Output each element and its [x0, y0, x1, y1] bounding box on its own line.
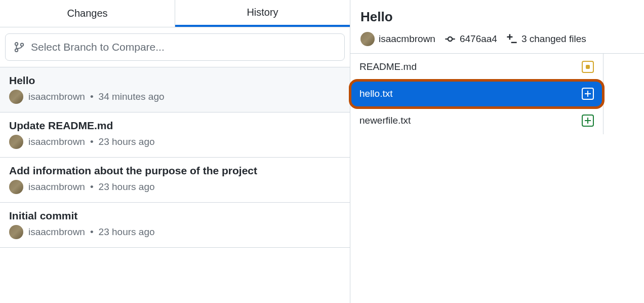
commit-title: Add information about the purpose of the…: [9, 165, 341, 177]
commit-author: isaacmbrown: [28, 181, 85, 193]
file-name: README.md: [359, 61, 417, 72]
commit-meta: isaacmbrown • 23 hours ago: [9, 180, 341, 194]
file-item[interactable]: newerfile.txt: [350, 107, 603, 134]
avatar: [9, 135, 23, 149]
svg-point-3: [448, 37, 452, 41]
tab-history-label: History: [247, 7, 278, 18]
commit-sha: 6476aa4: [460, 33, 497, 45]
sha-group[interactable]: 6476aa4: [445, 33, 497, 45]
tabs: Changes History: [0, 0, 350, 27]
commit-detail-author: isaacmbrown: [379, 33, 435, 45]
file-name: hello.txt: [359, 88, 392, 99]
tab-changes-label: Changes: [67, 8, 107, 19]
status-added-icon: [582, 88, 594, 100]
commit-meta: isaacmbrown • 34 minutes ago: [9, 90, 341, 104]
avatar: [360, 32, 375, 46]
commit-author: isaacmbrown: [28, 226, 85, 238]
file-name: newerfile.txt: [359, 115, 411, 126]
commit-meta: isaacmbrown • 23 hours ago: [9, 135, 341, 149]
commit-title: Update README.md: [9, 120, 341, 132]
file-item[interactable]: hello.txt: [350, 81, 603, 107]
commit-list: Hello isaacmbrown • 34 minutes ago Updat…: [0, 67, 350, 248]
svg-point-0: [15, 43, 18, 46]
commit-item[interactable]: Update README.md isaacmbrown • 23 hours …: [0, 112, 350, 158]
changed-files-label: 3 changed files: [521, 33, 586, 45]
svg-point-1: [15, 49, 18, 52]
commit-icon: [445, 33, 456, 45]
commit-title: Hello: [9, 74, 341, 87]
history-panel: Changes History Select Branch to Compare…: [0, 0, 350, 303]
commit-detail-meta: isaacmbrown 6476aa4 3 changed files: [360, 32, 634, 46]
commit-detail-title: Hello: [360, 9, 634, 25]
file-item[interactable]: README.md: [350, 54, 603, 81]
svg-point-2: [21, 43, 24, 46]
commit-time: 34 minutes ago: [99, 91, 165, 102]
branch-compare-placeholder: Select Branch to Compare...: [31, 41, 165, 53]
tab-changes[interactable]: Changes: [0, 0, 175, 27]
separator-dot: •: [90, 181, 94, 193]
avatar: [9, 180, 23, 194]
commit-time: 23 hours ago: [99, 136, 155, 147]
status-modified-icon: [582, 61, 594, 73]
tab-history[interactable]: History: [175, 0, 350, 27]
status-added-icon: [582, 115, 594, 127]
commit-author: isaacmbrown: [28, 136, 85, 147]
changed-files-group[interactable]: 3 changed files: [506, 33, 586, 45]
commit-detail-panel: Hello isaacmbrown 6476aa4: [350, 0, 644, 303]
commit-author: isaacmbrown: [28, 91, 85, 102]
separator-dot: •: [90, 226, 94, 238]
commit-item[interactable]: Hello isaacmbrown • 34 minutes ago: [0, 67, 350, 112]
author-group: isaacmbrown: [360, 32, 435, 46]
git-branch-icon: [14, 42, 25, 53]
commit-detail-header: Hello isaacmbrown 6476aa4: [350, 0, 644, 54]
diff-icon: [506, 33, 517, 45]
commit-item[interactable]: Add information about the purpose of the…: [0, 158, 350, 203]
commit-meta: isaacmbrown • 23 hours ago: [9, 225, 341, 239]
avatar: [9, 225, 23, 239]
commit-time: 23 hours ago: [99, 181, 155, 193]
separator-dot: •: [90, 136, 94, 147]
commit-title: Initial commit: [9, 210, 341, 222]
file-list: README.md hello.txt newerfile.txt: [350, 54, 603, 134]
separator-dot: •: [90, 91, 94, 102]
avatar: [9, 90, 23, 104]
branch-compare-select[interactable]: Select Branch to Compare...: [5, 33, 345, 61]
commit-item[interactable]: Initial commit isaacmbrown • 23 hours ag…: [0, 203, 350, 248]
commit-time: 23 hours ago: [99, 226, 155, 238]
